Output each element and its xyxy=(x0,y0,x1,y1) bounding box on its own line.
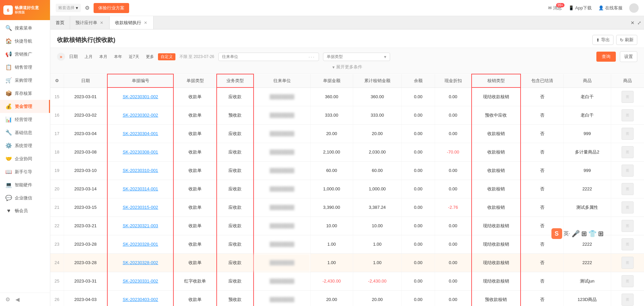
table-cell[interactable]: SK-20230304-001 xyxy=(107,124,174,143)
sidebar-item-wechat[interactable]: 💬 企业微信 xyxy=(0,191,50,204)
table-cell: 3,390.00 xyxy=(310,198,353,217)
sidebar-item-capital[interactable]: 💰 资金管理 xyxy=(0,100,50,113)
account-selector[interactable]: 账套选择 ▾ xyxy=(56,4,81,12)
sidebar-item-operation[interactable]: 📊 经营管理 xyxy=(0,113,50,126)
table-cell: 图 xyxy=(611,106,644,124)
settings-icon[interactable]: ⚙ xyxy=(85,5,90,11)
table-cell[interactable]: SK-20230328-002 xyxy=(107,253,174,272)
sidebar-item-guide[interactable]: 📖 新手引导 xyxy=(0,165,50,178)
table-cell: ████████ xyxy=(254,106,310,124)
sidebar-item-shortcut[interactable]: 🏠 快捷导航 xyxy=(0,35,50,48)
table-cell: ████████ xyxy=(254,235,310,253)
sidebar-item-system[interactable]: ⚙️ 系统管理 xyxy=(0,139,50,152)
table-cell: 0.00 xyxy=(401,290,435,306)
table-cell: 360.00 xyxy=(353,87,401,106)
sidebar-item-marketing[interactable]: 📢 营销推广 xyxy=(0,48,50,61)
receipt-link[interactable]: SK-20230304-001 xyxy=(123,131,158,136)
table-cell: 2023-03-28 xyxy=(64,253,107,272)
table-cell[interactable]: SK-20230301-002 xyxy=(107,87,174,106)
filter-bar: » 日期 上月 本月 本年 近7天 更多 自定义 不限 至 2023-07-26… xyxy=(50,48,644,74)
table-cell[interactable]: SK-20230308-001 xyxy=(107,143,174,161)
export-button[interactable]: ⬆ 导出 xyxy=(592,35,613,45)
user-avatar[interactable] xyxy=(629,3,639,13)
date-this-month[interactable]: 本月 xyxy=(97,53,110,60)
receipt-link[interactable]: SK-20230331-002 xyxy=(123,279,158,284)
receipt-link[interactable]: SK-20230302-002 xyxy=(123,113,158,118)
receipt-link[interactable]: SK-20230310-001 xyxy=(123,168,158,173)
app-download-action[interactable]: 📱 App下载 xyxy=(569,5,592,11)
th-settings[interactable]: ⚙ xyxy=(50,74,64,87)
sidebar-item-label: 畅会员 xyxy=(15,208,28,214)
receipt-link[interactable]: SK-20230314-001 xyxy=(123,186,158,191)
date-this-year[interactable]: 本年 xyxy=(111,53,125,60)
table-cell[interactable]: SK-20230328-001 xyxy=(107,235,174,253)
query-button[interactable]: 查询 xyxy=(596,52,616,62)
receipt-link[interactable]: SK-20230403-002 xyxy=(123,297,158,302)
tab-home[interactable]: 首页 xyxy=(50,16,70,29)
refresh-icon: ↻ xyxy=(620,38,624,43)
sidebar-item-sales[interactable]: 📋 销售管理 xyxy=(0,61,50,74)
receipt-link[interactable]: SK-20230328-001 xyxy=(123,242,158,247)
sidebar-item-hardware[interactable]: 💻 智能硬件 xyxy=(0,178,50,191)
table-body: 152023-03-01SK-20230301-002收款单应收款███████… xyxy=(50,87,644,306)
receipt-link[interactable]: SK-20230301-002 xyxy=(123,94,158,99)
table-cell: ████████ xyxy=(254,198,310,217)
table-cell[interactable]: SK-20230310-001 xyxy=(107,161,174,180)
online-service-action[interactable]: 👤 在线客服 xyxy=(598,5,623,11)
th-biztype: 业务类型 xyxy=(217,74,254,87)
receipt-link[interactable]: SK-20230308-001 xyxy=(123,149,158,155)
receipt-link[interactable]: SK-20230328-002 xyxy=(123,260,158,265)
expand-more-text[interactable]: ▾ 展开更多条件 xyxy=(332,64,362,70)
receipt-link[interactable]: SK-20230321-003 xyxy=(123,223,158,228)
table-cell: 0.00 xyxy=(435,253,471,272)
tab-close-all-icon[interactable]: ✕ xyxy=(631,20,635,25)
table-cell[interactable]: SK-20230302-002 xyxy=(107,106,174,124)
th-no: 单据编号 xyxy=(107,74,174,87)
table-cell[interactable]: SK-20230321-003 xyxy=(107,217,174,235)
date-custom[interactable]: 自定义 xyxy=(158,53,175,60)
receipt-type-input[interactable] xyxy=(327,54,383,59)
filter-expand-button[interactable]: » xyxy=(57,53,65,61)
tab-collection[interactable]: 收款核销执行 ✕ xyxy=(110,16,154,29)
table-cell: 1.00 xyxy=(353,235,401,253)
table-cell: 0.00 xyxy=(401,124,435,143)
table-cell[interactable]: SK-20230403-002 xyxy=(107,290,174,306)
sidebar-item-base[interactable]: 🔧 基础信息 xyxy=(0,126,50,139)
partner-input[interactable] xyxy=(222,54,307,59)
tab-expand-icon[interactable]: ⤢ xyxy=(637,20,641,25)
table-cell[interactable]: SK-20230314-001 xyxy=(107,180,174,198)
collapse-icon[interactable]: ◀ xyxy=(15,296,19,303)
tab-collection-close[interactable]: ✕ xyxy=(143,20,148,26)
sidebar-item-search[interactable]: 🔍 搜索菜单 xyxy=(0,21,50,35)
refresh-button[interactable]: ↻ 刷新 xyxy=(616,35,637,45)
table-cell: 25 xyxy=(50,272,64,290)
date-last-month[interactable]: 上月 xyxy=(82,53,95,60)
sidebar-item-corp[interactable]: 🤝 企业协同 xyxy=(0,152,50,165)
table-cell: 2,030.00 xyxy=(353,143,401,161)
tab-prepay-close[interactable]: ✕ xyxy=(99,20,104,26)
receipt-type-input-wrap[interactable]: ▾ xyxy=(323,53,390,61)
table-cell: 0.00 xyxy=(401,180,435,198)
settings-bottom-icon[interactable]: ⚙ xyxy=(5,296,10,303)
solution-button[interactable]: 体验行业方案 xyxy=(94,3,129,13)
app-logo: 6 畅康道好生意 标推版 xyxy=(0,0,50,20)
table-cell: 收款单 xyxy=(173,143,216,161)
messages-action[interactable]: ✉ 消息 99+ xyxy=(548,5,562,11)
table-cell: 应收款 xyxy=(217,235,254,253)
table-cell[interactable]: SK-20230331-002 xyxy=(107,272,174,290)
table-cell: 15 xyxy=(50,87,64,106)
table-cell[interactable]: SK-20230315-002 xyxy=(107,198,174,217)
setting-button[interactable]: 设置 xyxy=(620,51,637,62)
date-buttons: 上月 本月 本年 近7天 更多 自定义 xyxy=(82,53,175,60)
sidebar-item-inventory[interactable]: 📦 库存核算 xyxy=(0,87,50,100)
partner-input-wrap[interactable]: ··· xyxy=(218,53,319,61)
tab-prepay[interactable]: 预计应付单 ✕ xyxy=(70,16,110,29)
guide-icon: 📖 xyxy=(5,169,12,175)
receipt-link[interactable]: SK-20230315-002 xyxy=(123,205,158,210)
table-cell: 20.00 xyxy=(310,290,353,306)
date-more[interactable]: 更多 xyxy=(143,53,157,60)
sidebar-item-purchase[interactable]: 🛒 采购管理 xyxy=(0,74,50,87)
sidebar-item-label: 销售管理 xyxy=(15,64,32,70)
sidebar-item-member[interactable]: ♥ 畅会员 xyxy=(0,204,50,217)
date-7days[interactable]: 近7天 xyxy=(126,53,142,60)
